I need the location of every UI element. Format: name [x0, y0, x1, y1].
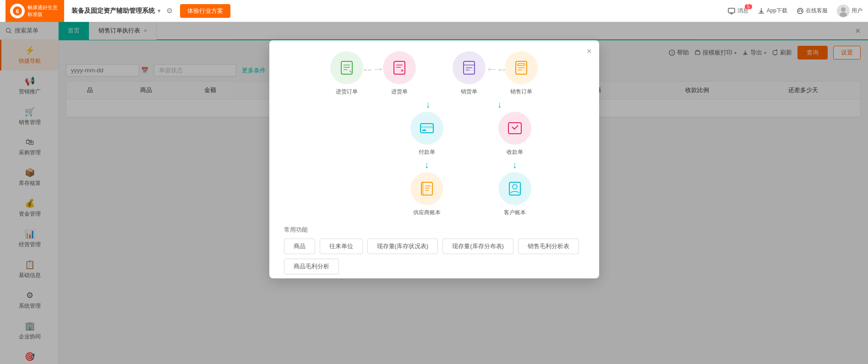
svg-rect-2 — [728, 8, 735, 13]
purchase-bill-circle — [383, 51, 416, 84]
app-download-btn[interactable]: App下载 — [758, 7, 787, 15]
flow-node-sales-order[interactable]: 销售订单 — [505, 51, 538, 96]
user-avatar — [837, 5, 850, 17]
customer-ledger-label: 客户账本 — [504, 209, 526, 217]
func-btn-partner[interactable]: 往来单位 — [320, 239, 363, 254]
arrow-down-receipt: ↓ — [498, 160, 531, 170]
func-btn-product[interactable]: 商品 — [284, 239, 315, 254]
purchase-order-circle — [330, 51, 363, 84]
sales-bill-circle — [453, 51, 486, 84]
func-btn-stock-dist[interactable]: 现存量(库存分布表) — [442, 239, 513, 254]
svg-rect-19 — [518, 64, 525, 65]
flow-node-sales-bill[interactable]: 销货单 — [453, 51, 486, 96]
svg-text:6: 6 — [16, 8, 19, 15]
svg-point-5 — [798, 11, 799, 11]
main-layout: 搜索菜单 ⚡ 快捷导航 📢 营销推广 🛒 销售管理 🛍 采购管理 📦 库存核算 … — [0, 22, 868, 364]
trial-button[interactable]: 体验行业方案 — [180, 4, 230, 18]
purchase-bill-label: 进货单 — [391, 88, 408, 96]
svg-point-4 — [797, 8, 803, 14]
svg-rect-22 — [422, 130, 426, 131]
func-btn-stock-status[interactable]: 现存量(库存状况表) — [367, 239, 438, 254]
app-title: 装备及固定资产辅助管理系统 — [71, 7, 155, 15]
title-dropdown-icon[interactable]: ▾ — [158, 7, 161, 14]
logo-text: 畅康通好生意 标准版 — [27, 4, 58, 17]
supplier-ledger-label: 供应商账本 — [413, 209, 441, 217]
supplier-ledger-circle — [410, 172, 443, 205]
user-label: 用户 — [852, 7, 863, 15]
purchase-order-label: 进货订单 — [336, 88, 358, 96]
settings-icon[interactable]: ⚙ — [166, 6, 173, 15]
arrow-down-purchase-bill: ↓ — [364, 99, 426, 110]
arrow-sales-order-to-bill: ← - - — [486, 62, 505, 86]
flow-dialog: × 进货订单 - - → — [269, 40, 599, 278]
sales-order-node-label: 销售订单 — [510, 88, 532, 96]
func-buttons-row: 商品 往来单位 现存量(库存状况表) 现存量(库存分布表) 销售毛利分析表 商品… — [284, 239, 584, 274]
online-service-label: 在线客服 — [806, 7, 828, 15]
payment-circle — [410, 112, 443, 145]
svg-rect-14 — [341, 61, 352, 74]
flow-node-customer-ledger[interactable]: 客户账本 — [498, 172, 531, 217]
online-service-btn[interactable]: 在线客服 — [797, 7, 828, 15]
common-funcs-title: 常用功能 — [284, 226, 584, 234]
svg-rect-25 — [421, 182, 424, 195]
svg-point-27 — [513, 185, 517, 189]
svg-point-8 — [841, 7, 846, 12]
svg-rect-3 — [759, 13, 764, 14]
topbar-right: 5 消息 App下载 在线客服 用户 — [727, 5, 863, 17]
svg-rect-15 — [394, 61, 405, 74]
svg-point-9 — [840, 12, 847, 17]
arrow-down-payment: ↓ — [410, 160, 443, 170]
common-funcs: 常用功能 商品 往来单位 现存量(库存状况表) 现存量(库存分布表) 销售毛利分… — [284, 226, 584, 278]
dialog-close-btn[interactable]: × — [587, 47, 592, 56]
topbar: 6 畅康通好生意 标准版 装备及固定资产辅助管理系统 ▾ ⚙ 体验行业方案 5 … — [0, 0, 868, 22]
svg-rect-21 — [420, 126, 433, 128]
customer-ledger-circle — [498, 172, 531, 205]
sales-order-circle — [505, 51, 538, 84]
flow-node-purchase-bill[interactable]: 进货单 — [383, 51, 416, 96]
message-btn[interactable]: 5 消息 — [727, 7, 748, 15]
receipt-label: 收款单 — [507, 148, 523, 156]
app-download-label: App下载 — [767, 7, 787, 15]
func-btn-sales-gross[interactable]: 销售毛利分析表 — [518, 239, 579, 254]
flow-node-payment[interactable]: 付款单 — [410, 112, 443, 156]
message-badge: 5 — [745, 4, 752, 9]
logo-icon: 6 — [10, 4, 25, 18]
logo-area: 6 畅康通好生意 标准版 — [5, 0, 64, 22]
flow-node-supplier-ledger[interactable]: 供应商账本 — [410, 172, 443, 217]
func-btn-product-gross[interactable]: 商品毛利分析 — [284, 259, 339, 274]
payment-label: 付款单 — [419, 148, 435, 156]
arrow-purchase-to-bill: - - → — [363, 62, 382, 86]
flow-node-purchase-order[interactable]: 进货订单 — [330, 51, 363, 96]
user-area[interactable]: 用户 — [837, 5, 863, 17]
arrow-down-sales-bill: ↓ — [472, 99, 505, 110]
sales-bill-label: 销货单 — [461, 88, 477, 96]
svg-point-6 — [801, 11, 802, 11]
content-area: 首页 销售订单执行表 × ✕ ? 帮助 按模板打印 ▾ — [59, 22, 868, 364]
flow-node-receipt[interactable]: 收款单 — [498, 112, 531, 156]
dialog-overlay[interactable]: × 进货订单 - - → — [59, 22, 868, 364]
receipt-circle — [498, 112, 531, 145]
